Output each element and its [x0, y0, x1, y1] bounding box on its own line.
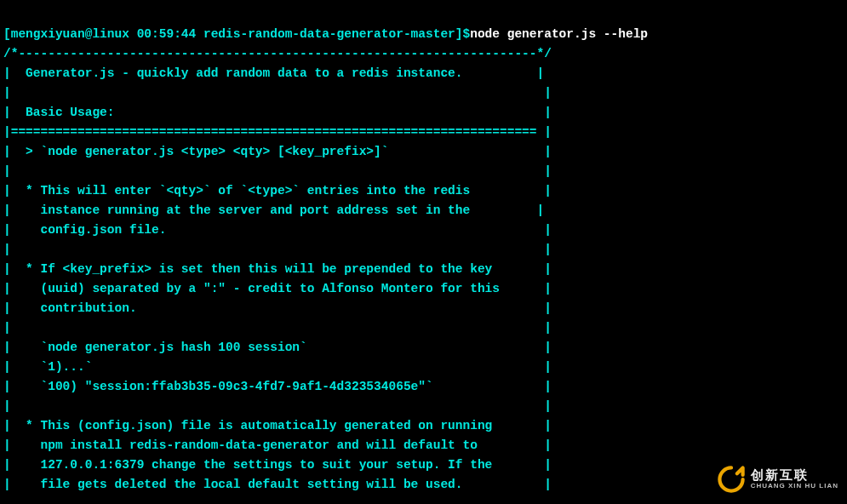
terminal-output[interactable]: [mengxiyuan@linux 00:59:44 redis-random-… — [0, 0, 847, 504]
output-line: | instance running at the server and por… — [3, 201, 844, 220]
output-line: | npm install redis-random-data-generato… — [3, 436, 844, 455]
output-line: | | — [3, 162, 844, 181]
output-line: | `node generator.js hash 100 session` | — [3, 338, 844, 358]
output-line: | Generator.js - quickly add random data… — [3, 64, 844, 83]
watermark-logo-icon — [717, 465, 746, 494]
watermark: 创新互联 CHUANG XIN HU LIAN — [717, 465, 838, 494]
output-line: | | — [3, 240, 844, 260]
output-line: | | — [3, 83, 844, 103]
output-line: | Basic Usage: | — [3, 103, 844, 123]
output-line: | (uuid) separated by a ":" - credit to … — [3, 279, 844, 299]
output-line: | `1)...` | — [3, 358, 844, 377]
output-line: | | — [3, 397, 844, 416]
output-line: | contribution. | — [3, 299, 844, 318]
output-line: |=======================================… — [3, 123, 844, 142]
output-line: | > `node generator.js <type> <qty> [<ke… — [3, 142, 844, 162]
watermark-text-cn: 创新互联 — [751, 468, 838, 483]
output-line: | config.json file. | — [3, 220, 844, 240]
shell-prompt: [mengxiyuan@linux 00:59:44 redis-random-… — [3, 27, 470, 41]
output-line: | * This (config.json) file is automatic… — [3, 416, 844, 436]
output-line: | `100) "session:ffab3b35-09c3-4fd7-9af1… — [3, 377, 844, 397]
output-line: | * This will enter `<qty>` of `<type>` … — [3, 181, 844, 201]
output-line: /*--------------------------------------… — [3, 44, 844, 64]
watermark-text-en: CHUANG XIN HU LIAN — [751, 483, 838, 490]
output-line: | * If <key_prefix> is set then this wil… — [3, 260, 844, 279]
output-line: | | — [3, 318, 844, 338]
shell-command: node generator.js --help — [470, 27, 648, 41]
